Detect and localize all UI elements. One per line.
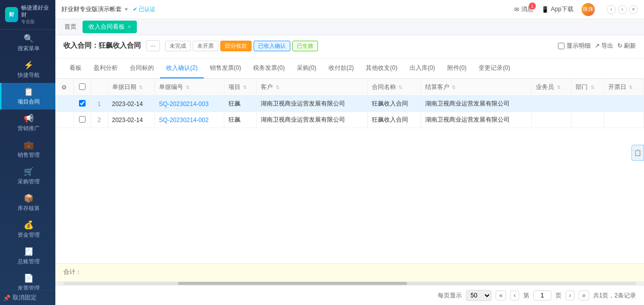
app-download-button[interactable]: 📱 App下载 [541, 5, 574, 14]
sidebar-item-accounting[interactable]: 🧾 总账管理 [0, 243, 55, 269]
sidebar-bottom-action[interactable]: 📌 取消固定 [0, 290, 55, 305]
status-tag-partial[interactable]: 部分收款 [220, 41, 252, 51]
sidebar-item-search[interactable]: 🔍 搜索菜单 [0, 30, 55, 56]
row-code-link[interactable]: SQ-20230214-002 [159, 117, 209, 124]
row-customer-cell: 湖南卫视商业运营发展有限公司 [257, 96, 367, 112]
tab-sales-invoice[interactable]: 销售发票(0) [204, 59, 248, 78]
status-tag-incomplete[interactable]: 未完成 [165, 41, 191, 51]
row-checkbox-cell[interactable] [73, 112, 91, 128]
more-actions-button[interactable]: ··· [146, 40, 160, 51]
sidebar-item-invoice[interactable]: 📄 发票管理 [0, 269, 55, 290]
col-checkbox[interactable] [73, 79, 91, 96]
sidebar-item-marketing[interactable]: 📢 营销推广 [0, 110, 55, 136]
window-close-button[interactable]: × [629, 5, 638, 14]
status-tag-uninvoiced[interactable]: 未开票 [193, 41, 218, 51]
tab-subject[interactable]: 合同标的 [124, 59, 160, 78]
show-detail-input[interactable] [558, 43, 565, 49]
horizontal-scrollbar[interactable] [55, 281, 644, 285]
col-date[interactable]: 单据日期 ⇅ [108, 79, 154, 96]
status-tag-effective[interactable]: 已生效 [292, 41, 318, 51]
company-selector[interactable]: 好业财专业版演示帐套 ▼ [61, 5, 129, 14]
sidebar-item-projects[interactable]: 📋 项目合同 [0, 83, 55, 110]
sidebar-item-finance[interactable]: 💰 资金管理 [0, 216, 55, 243]
col-department[interactable]: 部门 ⇅ [572, 79, 604, 96]
col-customer[interactable]: 客户 ⇅ [257, 79, 367, 96]
home-tab[interactable]: 首页 [60, 21, 80, 33]
export-button[interactable]: ↗ 导出 [595, 42, 613, 50]
col-billing-customer[interactable]: 结算客户 ⇅ [421, 79, 531, 96]
window-back-button[interactable]: ‹ [607, 5, 616, 14]
row-code-cell[interactable]: SQ-20230214-002 [154, 112, 224, 128]
sidebar-item-inventory[interactable]: 📦 库存核算 [0, 189, 55, 216]
tab-close-button[interactable]: × [128, 24, 131, 30]
tab-warehouse[interactable]: 出入库(0) [404, 59, 441, 78]
page-label: 页 [555, 291, 561, 300]
select-all-checkbox[interactable] [79, 83, 86, 90]
row-settings-cell[interactable] [55, 112, 73, 128]
user-avatar[interactable]: 珠珠 [582, 3, 595, 16]
sidebar-item-sales[interactable]: 💼 销售管理 [0, 136, 55, 163]
row-checkbox[interactable] [79, 116, 86, 123]
table-row[interactable]: 2 2023-02-14 SQ-20230214-002 狂飙 湖南卫视商业运营… [55, 112, 644, 128]
next-page-button[interactable]: › [566, 290, 575, 300]
sort-date-icon: ⇅ [139, 85, 143, 90]
sidebar-item-label: 营销推广 [18, 125, 40, 132]
panel-icon: 📋 [634, 149, 641, 156]
active-tab[interactable]: 收入合同看板 × [83, 21, 137, 33]
tab-profit[interactable]: 盈利分析 [88, 59, 124, 78]
scroll-thumb[interactable] [178, 282, 407, 285]
col-code[interactable]: 单据编号 ⇅ [154, 79, 224, 96]
last-page-button[interactable]: » [579, 290, 589, 300]
sidebar-item-label: 采购管理 [18, 178, 40, 185]
row-code-link[interactable]: SQ-20230214-003 [159, 100, 209, 108]
row-salesperson-cell [532, 96, 572, 112]
logo-icon: 财 [5, 7, 18, 22]
inventory-icon: 📦 [24, 193, 34, 203]
row-num-cell: 1 [91, 96, 108, 112]
row-code-cell[interactable]: SQ-20230214-003 [154, 96, 224, 112]
tab-changes[interactable]: 变更记录(0) [472, 59, 516, 78]
tab-attachments[interactable]: 附件(0) [441, 59, 473, 78]
tab-tax-invoice[interactable]: 税务发票(0) [247, 59, 291, 78]
sort-contract-icon: ⇅ [398, 85, 403, 90]
tab-other[interactable]: 其他收支(0) [360, 59, 404, 78]
row-billing-cell: 湖南卫视商业运营发展有限公司 [421, 96, 531, 112]
table-row[interactable]: 1 2023-02-14 SQ-20230214-003 狂飙 湖南卫视商业运营… [55, 96, 644, 112]
sidebar-item-quicknav[interactable]: ⚡ 快捷导航 [0, 56, 55, 83]
show-detail-label: 显示明细 [567, 42, 591, 50]
refresh-button[interactable]: ↻ 刷新 [617, 42, 636, 50]
messages-button[interactable]: ✉ 消息 1 [514, 5, 533, 14]
col-open-date[interactable]: 开票日 ⇅ [604, 79, 643, 96]
row-checkbox[interactable] [79, 100, 86, 107]
projects-icon: 📋 [24, 87, 34, 96]
sidebar-item-purchase[interactable]: 🛒 采购管理 [0, 163, 55, 189]
first-page-button[interactable]: « [496, 290, 506, 300]
row-checkbox-cell[interactable] [73, 96, 91, 112]
table-body: 1 2023-02-14 SQ-20230214-003 狂飙 湖南卫视商业运营… [55, 96, 644, 128]
sort-department-icon: ⇅ [591, 85, 595, 90]
col-salesperson[interactable]: 业务员 ⇅ [532, 79, 572, 96]
show-detail-checkbox[interactable]: 显示明细 [558, 42, 591, 50]
per-page-select[interactable]: 20 50 100 [466, 290, 492, 301]
col-project[interactable]: 项目 ⇅ [224, 79, 257, 96]
chevron-down-icon: ▼ [124, 7, 129, 12]
page-header-right: 显示明细 ↗ 导出 ↻ 刷新 [558, 42, 636, 50]
page-number-input[interactable] [533, 290, 551, 300]
right-panel-toggle[interactable]: 📋 [631, 145, 644, 161]
sidebar-bottom-label: 取消固定 [13, 293, 37, 302]
tab-payment[interactable]: 收付款(2) [323, 59, 360, 78]
tab-purchase[interactable]: 采购(0) [291, 59, 323, 78]
col-settings[interactable]: ⚙ [55, 79, 73, 96]
window-forward-button[interactable]: › [618, 5, 627, 14]
tab-kanban[interactable]: 看板 [63, 59, 88, 78]
sidebar: 财 畅捷通好业财 专业版 🔍 搜索菜单 ⚡ 快捷导航 📋 项目合同 📢 营销推广… [0, 0, 55, 305]
row-date-cell: 2023-02-14 [108, 112, 154, 128]
sidebar-item-label: 发票管理 [18, 284, 40, 290]
row-opendate-cell [604, 96, 643, 112]
col-contract[interactable]: 合同名称 ⇅ [367, 79, 421, 96]
row-num-cell: 2 [91, 112, 108, 128]
prev-page-button[interactable]: ‹ [510, 290, 519, 300]
tab-revenue-confirm[interactable]: 收入确认(2) [160, 59, 204, 78]
status-tag-confirmed[interactable]: 已收入确认 [254, 41, 290, 51]
row-settings-cell[interactable] [55, 96, 73, 112]
